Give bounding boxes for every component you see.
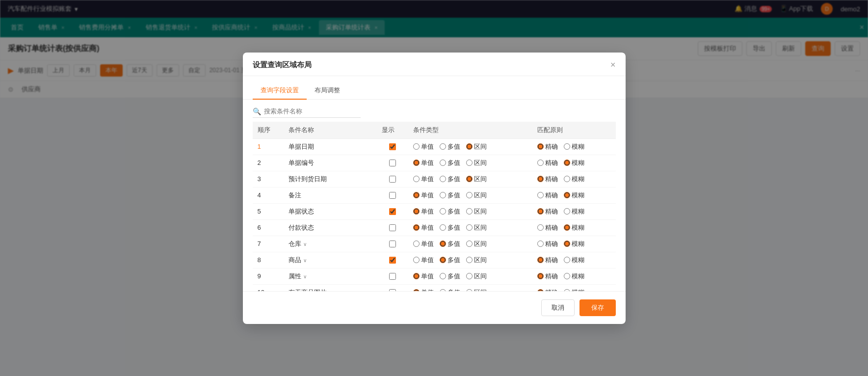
settings-dialog: 设置查询区域布局 × 查询字段设置 布局调整 🔍 顺序 条件名称 显示 <box>243 53 626 99</box>
dialog-close-btn[interactable]: × <box>610 60 616 69</box>
dialog-overlay: 设置查询区域布局 × 查询字段设置 布局调整 🔍 顺序 条件名称 显示 <box>0 0 868 98</box>
tab-layout[interactable]: 布局调整 <box>307 82 348 99</box>
dialog-tabs: 查询字段设置 布局调整 <box>243 76 626 99</box>
tab-query-fields[interactable]: 查询字段设置 <box>253 82 307 99</box>
dialog-title: 设置查询区域布局 <box>253 60 312 70</box>
dialog-header: 设置查询区域布局 × <box>243 53 626 76</box>
